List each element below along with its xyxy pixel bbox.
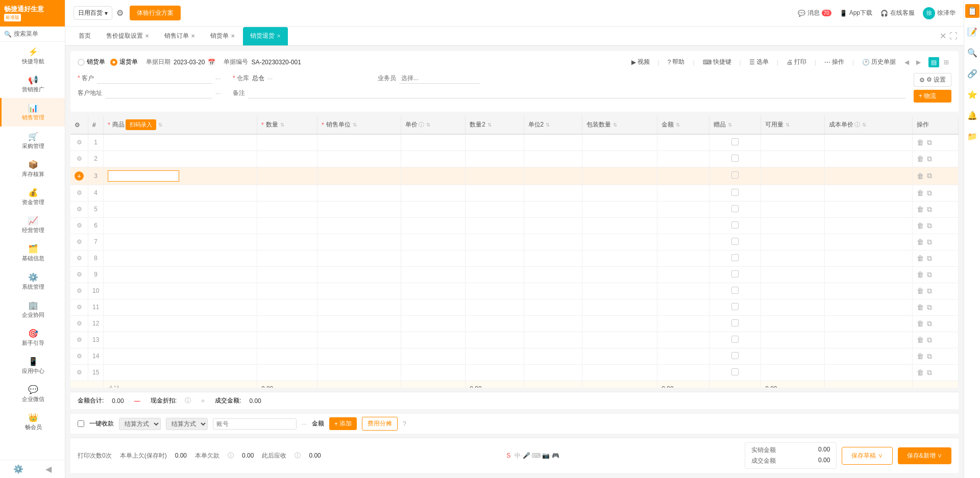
row-copy-icon[interactable]: ⧉	[927, 138, 932, 147]
sidebar-item-purchase[interactable]: 🛒 采购管理	[0, 127, 65, 155]
expense-split-button[interactable]: 费用分摊	[362, 417, 398, 431]
remark-input[interactable]	[248, 88, 905, 98]
sidebar-item-quicknav[interactable]: ⚡ 快捷导航	[0, 42, 65, 70]
gift-sort-icon[interactable]: ⇅	[728, 122, 732, 128]
row-copy-icon[interactable]: ⧉	[927, 205, 932, 214]
bank-account-input[interactable]	[213, 418, 297, 430]
warehouse-more-icon[interactable]: ···	[267, 75, 273, 82]
salesperson-input[interactable]	[399, 73, 480, 84]
gift-checkbox[interactable]	[731, 319, 739, 326]
row-gear-icon[interactable]: ⚙	[77, 206, 82, 213]
product-sort-icon[interactable]: ⇅	[158, 122, 162, 128]
th-gear[interactable]: ⚙	[70, 116, 88, 134]
nav-prev-icon[interactable]: ◀	[903, 59, 911, 66]
gift-checkbox[interactable]	[731, 189, 739, 196]
toolbar-print[interactable]: 🖨 打印	[783, 56, 810, 68]
toolbar-shortcut[interactable]: ⌨ 快捷键	[700, 56, 734, 68]
row-delete-icon[interactable]: 🗑	[917, 155, 924, 163]
right-panel-note-icon[interactable]: 📝	[965, 25, 979, 39]
row-copy-icon[interactable]: ⧉	[927, 238, 932, 246]
toolbar-help[interactable]: ? 帮助	[665, 56, 688, 68]
customer-more-icon[interactable]: ···	[215, 75, 220, 82]
tab-saledeliver[interactable]: 销货单 ✕	[203, 27, 242, 45]
customer-input[interactable]	[97, 73, 212, 84]
row-gear-icon[interactable]: ⚙	[77, 304, 82, 311]
sidebar-item-marketing[interactable]: 📢 营销推广	[0, 70, 65, 98]
row-gear-icon[interactable]: ⚙	[77, 320, 82, 327]
tab-saleorder[interactable]: 销售订单 ✕	[157, 27, 202, 45]
qty-sort-icon[interactable]: ⇅	[280, 122, 284, 128]
row-delete-icon[interactable]: 🗑	[917, 319, 924, 328]
once-owe-info[interactable]: ⓘ	[228, 451, 234, 460]
product-input[interactable]	[108, 170, 179, 182]
row-delete-icon[interactable]: 🗑	[917, 189, 924, 197]
discount-info-icon[interactable]: ⓘ	[185, 396, 191, 405]
row-delete-icon[interactable]: 🗑	[917, 352, 924, 360]
radio-salereturn[interactable]: 退货单	[110, 58, 138, 66]
sidebar-item-operations[interactable]: 📈 经营管理	[0, 211, 65, 239]
right-panel-search-icon[interactable]: 🔍	[965, 46, 979, 60]
right-panel-star-icon[interactable]: ⭐	[965, 88, 979, 102]
gift-checkbox[interactable]	[731, 254, 739, 261]
unitprice-info-icon[interactable]: ⓘ	[419, 121, 424, 129]
row-delete-icon[interactable]: 🗑	[917, 238, 924, 246]
row-gear-icon[interactable]: ⚙	[77, 287, 82, 294]
right-panel-bell-icon[interactable]: 🔔	[965, 109, 979, 122]
gift-checkbox[interactable]	[731, 155, 739, 162]
sidebar-item-appstore[interactable]: 📱 应用中心	[0, 351, 65, 380]
row-copy-icon[interactable]: ⧉	[927, 221, 932, 230]
view-list-icon[interactable]: ▤	[928, 57, 939, 67]
logistics-button[interactable]: + 物流	[914, 90, 951, 103]
packqty-sort-icon[interactable]: ⇅	[613, 122, 617, 128]
right-panel-folder-icon[interactable]: 📁	[965, 130, 979, 143]
row-gear-icon[interactable]: ⚙	[77, 336, 82, 343]
experience-button[interactable]: 体验行业方案	[130, 6, 181, 20]
industry-dropdown[interactable]: 日用百货 ▾	[74, 6, 112, 20]
row-copy-icon[interactable]: ⧉	[927, 270, 932, 279]
row-delete-icon[interactable]: 🗑	[917, 172, 924, 180]
settle-method-select[interactable]: 结算方式	[119, 418, 161, 430]
available-sort-icon[interactable]: ⇅	[786, 122, 790, 128]
tab-saleprice-close[interactable]: ✕	[145, 33, 149, 39]
tab-salereturn[interactable]: 销货退货 ✕	[243, 27, 288, 45]
row-gear-icon[interactable]: ⚙	[77, 255, 82, 262]
toolbar-history[interactable]: 🕐 历史单据	[859, 56, 899, 68]
sidebar-search[interactable]: 🔍 搜索菜单	[0, 27, 65, 42]
user-avatar-area[interactable]: 徐 徐泽华	[923, 7, 955, 19]
sidebar-item-sales[interactable]: 📊 销售管理	[0, 98, 65, 126]
row-delete-icon[interactable]: 🗑	[917, 368, 924, 376]
radio-saledeliver[interactable]: 销货单	[78, 58, 105, 66]
row-gear-icon[interactable]: ⚙	[77, 222, 82, 229]
row-copy-icon[interactable]: ⧉	[927, 189, 932, 197]
gift-checkbox[interactable]	[731, 238, 739, 245]
tab-close-all-icon[interactable]: ✕	[940, 31, 946, 41]
row-delete-icon[interactable]: 🗑	[917, 287, 924, 295]
settings-gear-icon[interactable]: ⚙	[116, 8, 124, 18]
row-gear-icon[interactable]: ⚙	[77, 353, 82, 360]
tab-saledeliver-close[interactable]: ✕	[231, 33, 235, 39]
gift-checkbox[interactable]	[731, 205, 739, 212]
gift-checkbox[interactable]	[731, 171, 739, 179]
sidebar-item-system[interactable]: ⚙️ 系统管理	[0, 267, 65, 295]
row-delete-icon[interactable]: 🗑	[917, 336, 924, 344]
settings-icon[interactable]: ⚙️	[13, 464, 23, 474]
should-collect-info[interactable]: ⓘ	[295, 451, 301, 460]
unit2-sort-icon[interactable]: ⇅	[546, 122, 550, 128]
tab-saleprice[interactable]: 售价提取设置 ✕	[99, 27, 156, 45]
row-copy-icon[interactable]: ⧉	[927, 287, 932, 295]
tab-saleorder-close[interactable]: ✕	[191, 33, 195, 39]
row-copy-icon[interactable]: ⧉	[927, 303, 932, 312]
gift-checkbox[interactable]	[731, 336, 739, 343]
row-copy-icon[interactable]: ⧉	[927, 155, 932, 163]
customer-addr-input[interactable]	[105, 88, 212, 98]
gift-checkbox[interactable]	[731, 303, 739, 310]
row-delete-icon[interactable]: 🗑	[917, 270, 924, 279]
tab-expand-icon[interactable]: ⛶	[949, 32, 958, 41]
collapse-icon[interactable]: ◀	[45, 464, 52, 474]
amount-sort-icon[interactable]: ⇅	[676, 122, 680, 128]
row-delete-icon[interactable]: 🗑	[917, 138, 924, 146]
bank-account-select[interactable]: 结算方式	[166, 418, 208, 430]
calendar-icon[interactable]: 📅	[208, 59, 215, 66]
add-row-icon[interactable]: +	[75, 171, 84, 181]
saleunit-sort-icon[interactable]: ⇅	[353, 122, 357, 128]
